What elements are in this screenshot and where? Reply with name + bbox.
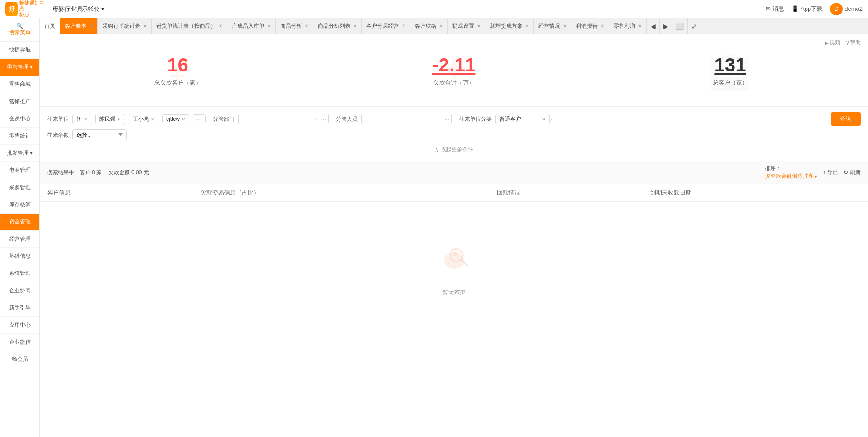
dept-input[interactable] [238, 114, 329, 124]
tab-close-customer-segment[interactable]: ✕ [402, 24, 405, 28]
sidebar-item-quick-nav[interactable]: 快捷导航 [0, 42, 39, 59]
filter-row-1: 往来单位 伍 ✕ 陈民强 ✕ 王小亮 ✕ cjttcw [47, 112, 861, 126]
filter-tag-wu-close[interactable]: ✕ [84, 117, 87, 122]
tab-customer-contact[interactable]: 客户联络 ✕ [410, 18, 448, 34]
col-repayment: 回款情况 [489, 184, 643, 202]
tab-close-product-analysis[interactable]: ✕ [305, 24, 308, 28]
tab-product-instock[interactable]: 产成品入库单 ✕ [227, 18, 276, 34]
tab-customer-segment[interactable]: 客户分层经营 ✕ [362, 18, 410, 34]
tab-close-product-instock[interactable]: ✕ [267, 24, 271, 28]
app-download-action[interactable]: 📱 App下载 [791, 5, 823, 13]
tab-close-operations[interactable]: ✕ [563, 24, 566, 28]
tab-new-boost-plan[interactable]: 新增提成方案 ✕ [485, 18, 534, 34]
category-input-wrap: 普通客户 ✕ ▾ [495, 114, 553, 124]
tab-close-new-boost-plan[interactable]: ✕ [525, 24, 529, 28]
sidebar-item-retail-store[interactable]: 零售商城 [0, 76, 39, 93]
filter-tag-cjttcw-close[interactable]: ✕ [182, 117, 185, 122]
tab-close-customer-book[interactable]: ✕ [89, 24, 93, 28]
results-count: 0 [92, 169, 95, 176]
tab-operations[interactable]: 经营情况 ✕ [534, 18, 571, 34]
tab-close-retail-profit[interactable]: ✕ [638, 24, 642, 28]
filter-tag-chen-close[interactable]: ✕ [117, 117, 121, 122]
sidebar-item-purchase[interactable]: 采购管理 [0, 179, 39, 196]
sidebar-item-inventory[interactable]: 库存核算 [0, 196, 39, 214]
dept-input-dots: ··· [321, 116, 326, 123]
company-selector[interactable]: 母婴行业演示帐套 ▾ [49, 3, 108, 15]
col-debt-info: 欠款交易信息（占比） [193, 184, 489, 202]
stat-value-customers: 16 [167, 54, 188, 76]
tab-close-purchase-order-stats[interactable]: ✕ [143, 24, 147, 28]
message-label: 消息 [772, 5, 784, 13]
sort-button[interactable]: 按欠款金额倒序排序 ▾ [765, 172, 817, 180]
col-customer-info: 客户信息 [40, 184, 193, 202]
stat-value-debt: -2.11 [432, 54, 476, 76]
tab-nav-left[interactable]: ◀ [647, 18, 659, 34]
unit-filter-label: 往来单位 [47, 115, 69, 123]
dept-input-chevron: ▾ [316, 117, 318, 122]
balance-select[interactable]: 选择... [72, 129, 127, 140]
person-input[interactable] [361, 114, 452, 124]
company-name: 母婴行业演示帐套 [53, 5, 100, 13]
tab-customer-book[interactable]: 客户账本 ✕ [60, 18, 98, 34]
tab-close-product-analysis-list[interactable]: ✕ [353, 24, 357, 28]
collapse-button[interactable]: ∧ 收起更多条件 [433, 144, 475, 155]
tab-nav-fullscreen[interactable]: ⤢ [687, 18, 700, 34]
svg-point-3 [453, 252, 458, 256]
sidebar-item-wholesale[interactable]: 批发管理 ▾ [0, 145, 39, 162]
tab-close-boost-settings[interactable]: ✕ [477, 24, 480, 28]
chevron-down-icon: ▾ [101, 5, 105, 12]
sort-chevron-icon: ▾ [815, 173, 817, 180]
tab-boost-settings[interactable]: 提成设置 ✕ [448, 18, 485, 34]
sidebar-item-app-center[interactable]: 应用中心 [0, 317, 39, 334]
sidebar-item-member[interactable]: 会员中心 [0, 110, 39, 128]
category-tag-close[interactable]: ✕ [542, 117, 546, 122]
tab-bar: 首页 客户账本 ✕ 采购订单统计表 ✕ 进货单统计表（按商品） ✕ 产成品入库单… [40, 18, 868, 34]
sidebar-item-retail-stats[interactable]: 零售统计 [0, 128, 39, 145]
balance-filter-label: 往来余额 [47, 131, 69, 139]
results-bar-right: 排序： 按欠款金额倒序排序 ▾ ↑ 导出 ↻ 刷新 [765, 165, 861, 180]
filter-area: 往来单位 伍 ✕ 陈民强 ✕ 王小亮 ✕ cjttcw [40, 107, 868, 161]
message-action[interactable]: ✉ 消息 [766, 5, 784, 13]
sidebar-item-enterprise-wechat[interactable]: 企业微信 [0, 334, 39, 351]
sidebar-item-finance[interactable]: 资金管理 [0, 214, 39, 231]
person-filter-label: 分管人员 [336, 115, 358, 123]
logo-text: 畅捷通好生意 标版 [19, 0, 45, 18]
sidebar-item-new-guide[interactable]: 新手引导 [0, 299, 39, 317]
tab-stock-stats[interactable]: 进货单统计表（按商品） ✕ [152, 18, 227, 34]
tab-close-customer-contact[interactable]: ✕ [439, 24, 443, 28]
tab-nav-expand[interactable]: ⬜ [672, 18, 687, 34]
tab-close-stock-stats[interactable]: ✕ [219, 24, 222, 28]
sidebar-item-member-vip[interactable]: 畅会员 [0, 351, 39, 368]
filter-more-tags-btn[interactable]: ··· [193, 114, 206, 124]
query-button[interactable]: 查询 [831, 112, 861, 126]
sidebar-item-marketing[interactable]: 营销推广 [0, 93, 39, 110]
results-summary: 搜索结果中，客户 0 家 欠款金额 0.00 元 [47, 169, 149, 176]
tab-retail-profit[interactable]: 零售利润 ✕ [609, 18, 647, 34]
stat-label-customers: 总欠款客户（家） [154, 79, 201, 87]
tab-product-analysis-list[interactable]: 商品分析列表 ✕ [313, 18, 362, 34]
user-action[interactable]: D demo2 [830, 3, 863, 15]
help-btn[interactable]: ? 帮助 [846, 39, 861, 47]
refresh-button[interactable]: ↻ 刷新 [844, 169, 861, 176]
sidebar-item-retail-mgmt[interactable]: 零售管理 ▾ [0, 59, 39, 76]
sidebar-search[interactable]: 🔍 搜索菜单 [0, 18, 39, 42]
tab-product-analysis[interactable]: 商品分析 ✕ [276, 18, 313, 34]
dept-input-wrap: ··· ▾ [238, 114, 329, 124]
filter-tag-wang-close[interactable]: ✕ [151, 117, 154, 122]
sidebar-item-ecommerce[interactable]: 电商管理 [0, 162, 39, 179]
tab-close-profit-report[interactable]: ✕ [600, 24, 604, 28]
video-btn[interactable]: ▶ 视频 [825, 39, 840, 47]
sidebar-item-enterprise[interactable]: 企业协同 [0, 282, 39, 299]
mobile-icon: 📱 [791, 5, 799, 12]
sidebar-item-sys-mgmt[interactable]: 系统管理 [0, 265, 39, 282]
sidebar-item-basic-info[interactable]: 基础信息 [0, 248, 39, 265]
collapse-row: ∧ 收起更多条件 [47, 144, 861, 155]
top-bar: 好 畅捷通好生意 标版 母婴行业演示帐套 ▾ ✉ 消息 📱 App下载 D de… [0, 0, 868, 18]
export-button[interactable]: ↑ 导出 [823, 169, 838, 176]
sidebar-item-ops[interactable]: 经营管理 [0, 231, 39, 248]
tab-profit-report[interactable]: 利润报告 ✕ [571, 18, 609, 34]
tab-nav-right[interactable]: ▶ [659, 18, 672, 34]
tab-home[interactable]: 首页 [40, 18, 60, 34]
top-bar-left: 好 畅捷通好生意 标版 母婴行业演示帐套 ▾ [5, 0, 108, 18]
tab-purchase-order-stats[interactable]: 采购订单统计表 ✕ [98, 18, 152, 34]
